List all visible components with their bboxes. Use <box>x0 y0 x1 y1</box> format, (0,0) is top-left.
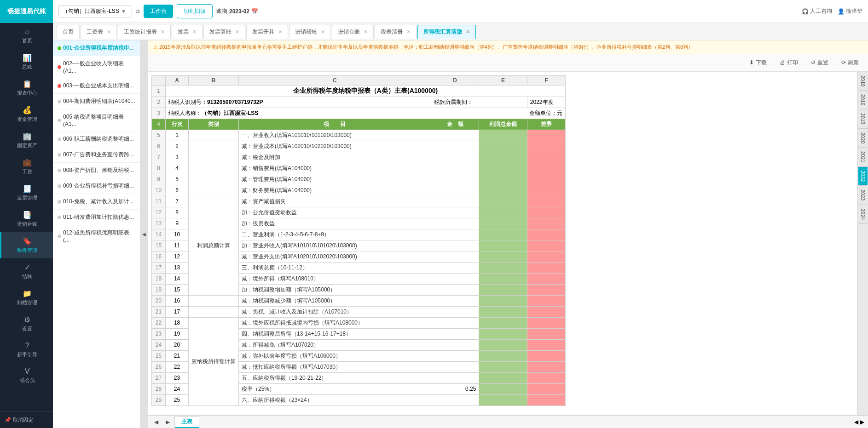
sheet-nav-left[interactable]: ◀ <box>151 418 161 426</box>
cell-hang-18[interactable]: 19 <box>166 328 189 339</box>
cell-chay-20[interactable] <box>527 350 565 361</box>
cell-xiang-6[interactable]: 减：资产减值损失 <box>239 196 431 207</box>
cell-quan-22[interactable] <box>431 372 479 383</box>
cell-lei-16[interactable] <box>189 306 239 317</box>
cell-hang-24[interactable]: 25 <box>166 394 189 405</box>
cell-chay-12[interactable] <box>527 262 565 273</box>
cell-lirun-24[interactable] <box>479 394 527 405</box>
tab-salary[interactable]: 工资表✕ <box>81 25 117 39</box>
cell-lirun-5[interactable] <box>479 185 527 196</box>
cell-lirun-15[interactable] <box>479 295 527 306</box>
cell-quan-18[interactable] <box>431 328 479 339</box>
cell-quan-11[interactable] <box>431 251 479 262</box>
left-panel-item-001[interactable]: 001-企业所得税年度纳税申... <box>53 40 140 56</box>
cell-lirun-8[interactable] <box>479 218 527 229</box>
cell-hang-0[interactable]: 1 <box>166 130 189 141</box>
cell-xiang-17[interactable]: 减：境外应税所得抵减境内亏损（填写A108000） <box>239 317 431 328</box>
cell-chay-2[interactable] <box>527 152 565 163</box>
cell-chay-10[interactable] <box>527 240 565 251</box>
sidebar-item-home[interactable]: ⌂首页 <box>0 23 53 49</box>
sidebar-item-assets[interactable]: 🏢固定资产 <box>0 127 53 154</box>
cell-lirun-0[interactable] <box>479 130 527 141</box>
cell-quan-20[interactable] <box>431 350 479 361</box>
year-item-2019[interactable]: 2019 <box>858 72 868 91</box>
year-item-2018[interactable]: 2018 <box>858 109 868 128</box>
cell-lei-5[interactable] <box>189 185 239 196</box>
cell-quan-8[interactable] <box>431 218 479 229</box>
cell-xiang-23[interactable]: 税率（25%） <box>239 383 431 394</box>
user-service[interactable]: 🎧 人工咨询 <box>802 7 832 15</box>
cell-quan-4[interactable] <box>431 174 479 185</box>
cell-lirun-23[interactable] <box>479 383 527 394</box>
cell-quan-1[interactable] <box>431 141 479 152</box>
cell-hang-3[interactable]: 4 <box>166 163 189 174</box>
cell-lirun-9[interactable] <box>479 229 527 240</box>
cell-quan-9[interactable] <box>431 229 479 240</box>
cell-quan-19[interactable] <box>431 339 479 350</box>
cell-quan-13[interactable] <box>431 273 479 284</box>
sidebar-item-tax[interactable]: 🔖税务管理 <box>0 232 53 258</box>
cell-quan-2[interactable] <box>431 152 479 163</box>
cell-quan-21[interactable] <box>431 361 479 372</box>
cell-hang-8[interactable]: 9 <box>166 218 189 229</box>
cell-chay-7[interactable] <box>527 207 565 218</box>
reset-button[interactable]: ↺ 重置 <box>807 57 832 68</box>
cell-chay-8[interactable] <box>527 218 565 229</box>
cell-lirun-3[interactable] <box>479 163 527 174</box>
left-panel-item-004[interactable]: 004-期间费用明细表(A1040... <box>53 94 140 109</box>
year-item-2016[interactable]: 2016 <box>858 91 868 109</box>
cell-lirun-4[interactable] <box>479 174 527 185</box>
cell-chay-9[interactable] <box>527 229 565 240</box>
cell-lirun-22[interactable] <box>479 372 527 383</box>
cell-xiang-18[interactable]: 四、纳税调整后所得（13-14+15-16-17+18） <box>239 328 431 339</box>
tab-close-income-tax[interactable]: ✕ <box>466 29 470 35</box>
tab-close-salary[interactable]: ✕ <box>107 29 111 35</box>
left-panel-item-002[interactable]: 002-一般企业收入明细表(A1... <box>53 56 140 78</box>
sidebar-item-sales[interactable]: 📑进销台账 <box>0 206 53 232</box>
cell-xiang-5[interactable]: 减：财务费用(填写A104000) <box>239 185 431 196</box>
cell-hang-20[interactable]: 21 <box>166 350 189 361</box>
year-item-2024[interactable]: 2024 <box>858 205 868 224</box>
cell-lirun-20[interactable] <box>479 350 527 361</box>
sidebar-item-ledger[interactable]: 📊总账 <box>0 49 53 75</box>
left-panel-item-008[interactable]: 008-资产折旧、摊销及纳税... <box>53 163 140 178</box>
print-button[interactable]: 🖨 打印 <box>776 57 802 68</box>
cell-hang-1[interactable]: 2 <box>166 141 189 152</box>
cell-xiang-2[interactable]: 减：税金及附加 <box>239 152 431 163</box>
tab-invoice-open[interactable]: 发票开具✕ <box>246 25 288 39</box>
cell-chay-24[interactable] <box>527 394 565 405</box>
cell-chay-1[interactable] <box>527 141 565 152</box>
sidebar-item-capital[interactable]: 💰资金管理 <box>0 101 53 127</box>
cell-hang-7[interactable]: 8 <box>166 207 189 218</box>
cell-chay-0[interactable] <box>527 130 565 141</box>
left-panel-item-005[interactable]: 005-纳税调整项目明细表(A1... <box>53 109 140 131</box>
cell-lirun-16[interactable] <box>479 306 527 317</box>
tab-close-salary-stat[interactable]: ✕ <box>161 29 165 35</box>
left-panel-item-007[interactable]: 007-广告费和业务宣传费跨... <box>53 147 140 163</box>
cell-hang-22[interactable]: 23 <box>166 372 189 383</box>
cell-xiang-10[interactable]: 加：营业外收入(填写A101010\101020\103000) <box>239 240 431 251</box>
cell-xiang-12[interactable]: 三、利润总额（10-11-12） <box>239 262 431 273</box>
cell-xiang-0[interactable]: 一、营业收入(填写A101010\101020\103000) <box>239 130 431 141</box>
cell-xiang-14[interactable]: 加：纳税调整增加额（填写A105000） <box>239 284 431 295</box>
cell-xiang-20[interactable]: 减：弥补以前年度亏损（填写A106000） <box>239 350 431 361</box>
sidebar-unpin-button[interactable]: 📌 取消固定 <box>0 411 53 428</box>
cell-chay-3[interactable] <box>527 163 565 174</box>
cell-quan-15[interactable] <box>431 295 479 306</box>
cell-quan-23[interactable]: 0.25 <box>431 383 479 394</box>
left-panel-item-009[interactable]: 009-企业所得税补亏损明细... <box>53 178 140 194</box>
cell-hang-12[interactable]: 13 <box>166 262 189 273</box>
cell-chay-6[interactable] <box>527 196 565 207</box>
cell-hang-13[interactable]: 14 <box>166 273 189 284</box>
cell-hang-9[interactable]: 10 <box>166 229 189 240</box>
cell-quan-14[interactable] <box>431 284 479 295</box>
cell-chay-16[interactable] <box>527 306 565 317</box>
cell-hang-16[interactable]: 17 <box>166 306 189 317</box>
sidebar-item-report[interactable]: 📋报表中心 <box>0 75 53 101</box>
cell-hang-14[interactable]: 15 <box>166 284 189 295</box>
cell-xiang-24[interactable]: 六、应纳所得税额（23×24） <box>239 394 431 405</box>
cell-hang-15[interactable]: 16 <box>166 295 189 306</box>
cell-chay-11[interactable] <box>527 251 565 262</box>
cell-xiang-3[interactable]: 减：销售费用(填写A104000) <box>239 163 431 174</box>
cell-lirun-12[interactable] <box>479 262 527 273</box>
